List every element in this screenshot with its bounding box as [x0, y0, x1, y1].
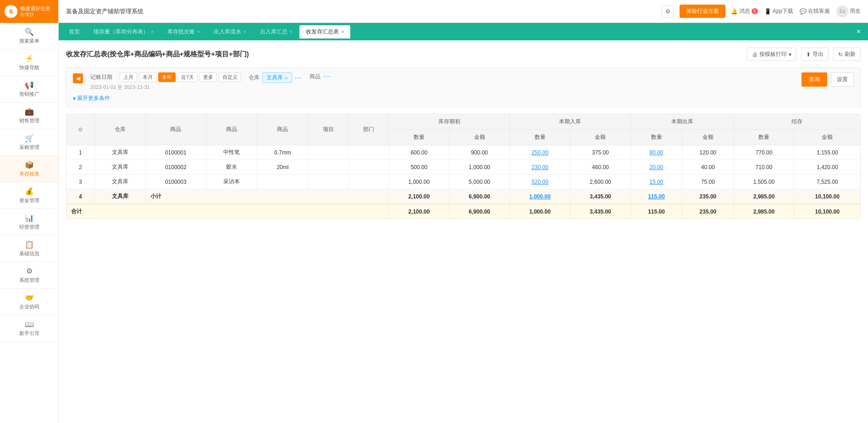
app-download-btn[interactable]: 📱 App下载: [764, 7, 793, 15]
trial-btn[interactable]: 体验行业方案: [680, 5, 725, 18]
sidebar-item-销售管理[interactable]: 💼销售管理: [0, 103, 58, 129]
system-title: 装备及固定资产辅助管理系统: [66, 7, 656, 16]
sidebar-item-快捷导航[interactable]: ⚡快捷导航: [0, 49, 58, 76]
row-out-qty[interactable]: 20.00: [630, 160, 682, 175]
row-spec: 20ml: [257, 160, 308, 175]
tab-inout-summary-close[interactable]: ×: [290, 29, 293, 34]
notification-btn[interactable]: 🔔 消息 6: [731, 7, 758, 15]
sidebar-item-新手引导[interactable]: 📖新手引导: [0, 315, 58, 342]
logo-app-name: 畅捷通好生意: [20, 5, 50, 11]
warehouse-tag: 文具库 ×: [262, 72, 292, 83]
print-btn[interactable]: 🖨 按模板打印 ▾: [747, 48, 796, 61]
sidebar-icon: 💰: [25, 187, 34, 196]
logo-text-block: 畅捷通好生意 标准版: [20, 5, 50, 18]
topbar-settings-btn[interactable]: ⚙: [661, 5, 674, 18]
tab-batch-label: 库存批次账: [167, 28, 195, 36]
row-in-qty[interactable]: 230.00: [510, 160, 570, 175]
tab-batch-close[interactable]: ×: [197, 29, 200, 34]
th-init-amt: 金额: [449, 130, 510, 145]
tab-recv-send-summary[interactable]: 收发存汇总表 ×: [299, 25, 350, 38]
sidebar-item-搜索菜单[interactable]: 🔍搜索菜单: [0, 23, 58, 49]
total-in-qty: 1,000.00: [510, 204, 570, 219]
tab-inout-summary[interactable]: 出入库汇总 ×: [254, 25, 299, 38]
date-range-display: 2023-01-01 至 2023-12-31: [90, 84, 241, 91]
expand-more-btn[interactable]: ▾ 展开更多条件: [73, 94, 854, 102]
subtotal-in-amt: 3,435.00: [570, 189, 630, 204]
sidebar-label: 资金管理: [19, 197, 39, 204]
topbar: 装备及固定资产辅助管理系统 ⚙ 体验行业方案 🔔 消息 6 📱 App下载 💬 …: [59, 0, 868, 23]
row-out-amt: 75.00: [682, 175, 734, 189]
last-7-days-btn[interactable]: 近7天: [177, 72, 198, 82]
row-out-amt: 40.00: [682, 160, 734, 175]
tab-recv-send-summary-close[interactable]: ×: [341, 29, 344, 34]
content-area: 收发存汇总表(按仓库+商品编码+商品+规格型号+项目+部门) 🖨 按模板打印 ▾…: [59, 40, 868, 423]
tab-inout-summary-label: 出入库汇总: [260, 28, 287, 36]
settings-btn[interactable]: 设置: [831, 72, 854, 87]
filter-row-1: 记账日期 上月 本月 本年 近7天 更多 自定义: [90, 72, 241, 82]
subtotal-out-qty[interactable]: 115.00: [630, 189, 682, 204]
sidebar-item-营销推广[interactable]: 📢营销推广: [0, 76, 58, 103]
notification-badge: 6: [752, 8, 758, 14]
row-bal-amt: 1,420.00: [794, 160, 860, 175]
this-year-btn[interactable]: 本年: [158, 72, 176, 82]
custom-btn[interactable]: 自定义: [219, 72, 241, 82]
topbar-actions: 🔔 消息 6 📱 App下载 💬 在线客服 Ea 用友: [731, 5, 861, 17]
tab-inout-flow-close[interactable]: ×: [243, 29, 246, 34]
sidebar-item-企业协同[interactable]: 🤝企业协同: [0, 289, 58, 315]
tabbar-close-btn[interactable]: ×: [853, 27, 864, 36]
sidebar-item-系统管理[interactable]: ⚙系统管理: [0, 262, 58, 289]
subtotal-label: 小计: [145, 189, 389, 204]
total-label: 合计: [66, 204, 389, 219]
warehouse-more-dots[interactable]: ···: [295, 74, 302, 82]
tab-home[interactable]: 首页: [62, 25, 86, 38]
row-code: 0100003: [145, 175, 206, 189]
warehouse-tag-close[interactable]: ×: [285, 75, 287, 81]
sidebar-item-经营管理[interactable]: 📊经营管理: [0, 209, 58, 236]
th-bal-amt: 金额: [794, 130, 860, 145]
tab-inventory-dist-label: 现存量（库存分布表）: [94, 28, 149, 36]
tab-inout-flow[interactable]: 出入库流水 ×: [207, 25, 253, 38]
th-out-qty: 数量: [630, 130, 682, 145]
goods-more-dots[interactable]: ···: [323, 72, 331, 81]
th-out-amt: 金额: [682, 130, 734, 145]
sidebar-item-资金管理[interactable]: 💰资金管理: [0, 182, 58, 209]
sidebar-label: 系统管理: [19, 277, 39, 284]
tab-inventory-dist-close[interactable]: ×: [151, 29, 154, 34]
tab-inventory-dist[interactable]: 现存量（库存分布表） ×: [87, 25, 160, 38]
data-table: ⚙ 仓库 商品 商品 商品 项目 部门 库存期初 本期入库 本期出库 结存: [66, 114, 860, 219]
online-service-btn[interactable]: 💬 在线客服: [800, 7, 830, 15]
row-out-qty[interactable]: 15.00: [630, 175, 682, 189]
sidebar-icon: 💼: [25, 107, 34, 116]
row-in-qty[interactable]: 520.00: [510, 175, 570, 189]
row-out-qty[interactable]: 80.00: [630, 145, 682, 160]
this-month-btn[interactable]: 本月: [139, 72, 156, 82]
query-btn[interactable]: 查询: [802, 72, 827, 87]
sidebar-item-基础信息[interactable]: 📋基础信息: [0, 236, 58, 262]
sidebar-icon: 📋: [25, 240, 34, 249]
table-footer: 合计 2,100.00 6,900.00 1,000.00 3,435.00 1…: [66, 204, 860, 219]
tab-home-label: 首页: [69, 28, 80, 36]
sidebar-item-采购管理[interactable]: 🛒采购管理: [0, 129, 58, 156]
subtotal-in-qty[interactable]: 1,000.00: [510, 189, 570, 204]
filter-collapse-btn[interactable]: ◀: [73, 73, 83, 83]
notification-label: 消息: [739, 7, 750, 15]
row-project: [309, 145, 349, 160]
service-icon: 💬: [800, 8, 807, 15]
subtotal-init-qty: 2,100.00: [389, 189, 449, 204]
sidebar-icon: 📊: [25, 214, 34, 222]
sidebar-item-库存核算[interactable]: 📦库存核算: [0, 156, 58, 182]
refresh-btn[interactable]: ↻ 刷新: [833, 48, 861, 61]
table-settings-icon[interactable]: ⚙: [66, 114, 94, 145]
sidebar-icon: 🔍: [25, 27, 34, 36]
table-row: 2 文具库 0100002 胶水 20ml 500.00 1,000.00 23…: [66, 160, 860, 175]
export-btn[interactable]: ⬆ 导出: [801, 48, 829, 61]
tab-batch[interactable]: 库存批次账 ×: [161, 25, 206, 38]
user-btn[interactable]: Ea 用友: [836, 5, 861, 17]
row-in-qty[interactable]: 250.00: [510, 145, 570, 160]
more-btn[interactable]: 更多: [199, 72, 217, 82]
last-month-btn[interactable]: 上月: [120, 72, 137, 82]
page-actions: 🖨 按模板打印 ▾ ⬆ 导出 ↻ 刷新: [747, 48, 861, 61]
warehouse-tag-text: 文具库: [266, 74, 283, 82]
row-name: 中性笔: [206, 145, 257, 160]
th-balance: 结存: [734, 114, 860, 130]
